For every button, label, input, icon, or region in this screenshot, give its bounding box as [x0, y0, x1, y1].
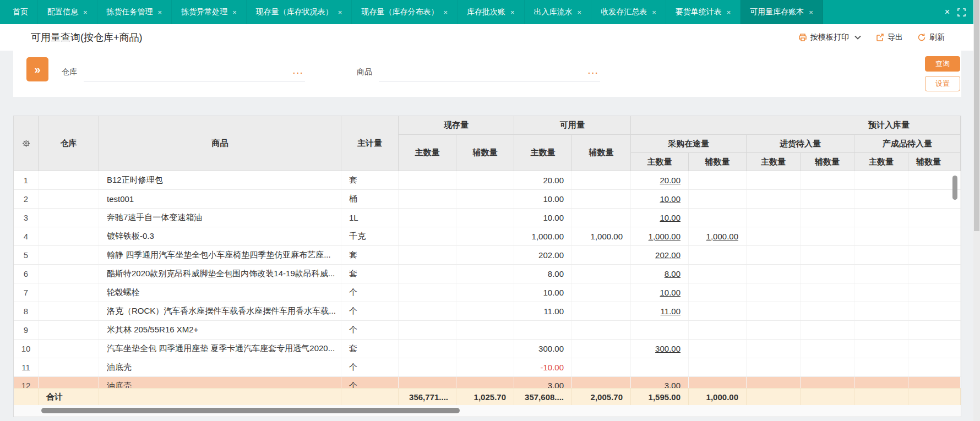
tab[interactable]: 拣货异常处理 ×: [172, 0, 247, 24]
cell-incoming-main: [747, 340, 801, 358]
tab[interactable]: 要货单统计表 ×: [666, 0, 741, 24]
cell-available-main: -10.00: [514, 358, 572, 376]
cell-po-aux: [689, 358, 747, 376]
cell-po-main[interactable]: 10.00: [631, 209, 689, 227]
cell-po-main: [631, 321, 689, 339]
tab-close-icon[interactable]: ×: [809, 8, 813, 17]
cell-onhand-aux: [456, 171, 514, 189]
header-group-onhand: 现存量: [399, 116, 514, 135]
drilldown-link[interactable]: 11.00: [661, 307, 680, 316]
page-scrollbar[interactable]: [973, 0, 980, 421]
warehouse-picker-icon[interactable]: ···: [293, 69, 304, 78]
drilldown-link[interactable]: 20.00: [660, 176, 680, 185]
search-button[interactable]: 查询: [925, 56, 960, 72]
tab-close-icon[interactable]: ×: [510, 8, 515, 17]
cell-onhand-aux: [456, 358, 514, 376]
tab[interactable]: 可用量库存账本 ×: [741, 0, 823, 24]
cell-po-aux: [689, 377, 747, 389]
tab[interactable]: 现存量（库存分布表） ×: [352, 0, 458, 24]
vertical-scrollbar-thumb[interactable]: [952, 176, 957, 200]
tab[interactable]: 出入库流水 ×: [525, 0, 592, 24]
drilldown-link[interactable]: 3.00: [665, 381, 680, 389]
drilldown-link[interactable]: 202.00: [655, 250, 680, 260]
cell-po-aux: 1,000.00: [689, 389, 747, 405]
tab-close-icon[interactable]: ×: [652, 8, 656, 17]
cell-available-main: 10.00: [514, 283, 572, 302]
cell-po-main[interactable]: 202.00: [631, 246, 689, 264]
product-input[interactable]: [379, 65, 600, 81]
tab-close-icon[interactable]: ×: [158, 8, 162, 17]
fullscreen-icon[interactable]: [957, 8, 966, 17]
tab[interactable]: 库存批次账 ×: [458, 0, 525, 24]
cell-po-main[interactable]: 11.00: [631, 302, 689, 320]
chevron-down-icon[interactable]: [854, 35, 861, 40]
cell-product: 汽车坐垫全包 四季通用座垫 夏季卡通汽车座套专用透气2020...: [99, 340, 341, 358]
column-settings-gear-icon[interactable]: [14, 116, 39, 171]
cell-available-aux: [572, 302, 631, 320]
expand-filters-button[interactable]: »: [26, 57, 48, 81]
cell-unit: 个: [341, 377, 399, 389]
row-index: 10: [14, 340, 39, 358]
warehouse-input[interactable]: [84, 65, 305, 81]
cell-unit: 个: [341, 358, 399, 376]
tab[interactable]: 拣货任务管理 ×: [97, 0, 172, 24]
cell-incoming-main: [747, 246, 801, 264]
cell-po-main[interactable]: 8.00: [631, 265, 689, 283]
cell-available-main: 10.00: [514, 209, 572, 227]
cell-available-main: 357,608....: [514, 389, 572, 405]
cell-product: 镀锌铁板-0.3: [99, 227, 341, 245]
table-horizontal-scrollbar[interactable]: [14, 405, 961, 417]
cell-po-main[interactable]: 10.00: [631, 283, 689, 302]
cell-product: B12正时修理包: [99, 171, 341, 189]
tab[interactable]: 收发存汇总表 ×: [591, 0, 666, 24]
tab-close-icon[interactable]: ×: [232, 8, 237, 17]
tab-close-icon[interactable]: ×: [338, 8, 342, 17]
close-all-tabs-icon[interactable]: ×: [945, 7, 950, 17]
drilldown-link[interactable]: 1,000.00: [706, 232, 738, 241]
tab-close-icon[interactable]: ×: [578, 8, 582, 17]
drilldown-link[interactable]: 10.00: [660, 288, 680, 297]
tab-label: 可用量库存账本: [750, 7, 804, 17]
header-incoming-main: 主数量: [747, 153, 801, 171]
cell-available-main: 1,000.00: [514, 227, 572, 245]
drilldown-link[interactable]: 10.00: [660, 194, 680, 204]
table-vertical-scrollbar[interactable]: [952, 173, 958, 404]
cell-product: 奔驰7速手自一体变速箱油: [99, 209, 341, 227]
row-index: 1: [14, 171, 39, 189]
tab-close-icon[interactable]: ×: [83, 8, 88, 17]
tab-close-icon[interactable]: ×: [727, 8, 731, 17]
print-by-template-button[interactable]: 按模板打印: [798, 32, 861, 42]
export-button[interactable]: 导出: [875, 32, 903, 42]
drilldown-link[interactable]: 8.00: [665, 269, 680, 278]
cell-warehouse: [39, 377, 99, 389]
tab[interactable]: 现存量（库存状况表） ×: [247, 0, 352, 24]
cell-po-aux[interactable]: 1,000.00: [689, 227, 747, 245]
drilldown-link[interactable]: 1,000.00: [649, 232, 680, 241]
tab-close-icon[interactable]: ×: [443, 8, 448, 17]
cell-po-main[interactable]: 20.00: [631, 171, 689, 189]
cell-available-aux: [572, 321, 631, 339]
product-picker-icon[interactable]: ···: [588, 69, 599, 78]
cell-available-aux: [572, 246, 631, 264]
tab[interactable]: 首页: [3, 0, 38, 24]
table-row: 2test001桶10.0010.00: [14, 190, 961, 209]
cell-po-main[interactable]: 1,000.00: [631, 227, 689, 245]
cell-available-main: 8.00: [514, 265, 572, 283]
cell-po-main[interactable]: 3.00: [631, 377, 689, 389]
page-scrollbar-thumb[interactable]: [974, 0, 979, 231]
cell-po-main: 1,595.00: [631, 389, 689, 405]
tab[interactable]: 配置信息 ×: [38, 0, 97, 24]
cell-product: [99, 389, 341, 405]
cell-po-main[interactable]: 300.00: [631, 340, 689, 358]
drilldown-link[interactable]: 10.00: [660, 213, 680, 222]
refresh-button[interactable]: 刷新: [917, 32, 945, 42]
horizontal-scrollbar-thumb[interactable]: [41, 408, 460, 413]
cell-warehouse: [39, 283, 99, 302]
drilldown-link[interactable]: 300.00: [655, 344, 680, 353]
cell-po-main[interactable]: 10.00: [631, 190, 689, 208]
tab-label: 出入库流水: [534, 7, 573, 17]
cell-po-aux: [689, 302, 747, 320]
cell-incoming-main: [747, 302, 801, 320]
settings-button[interactable]: 设置: [925, 76, 960, 91]
cell-product: 洛克（ROCK）汽车香水座摆件车载香水座摆件车用香水车载...: [99, 302, 341, 320]
